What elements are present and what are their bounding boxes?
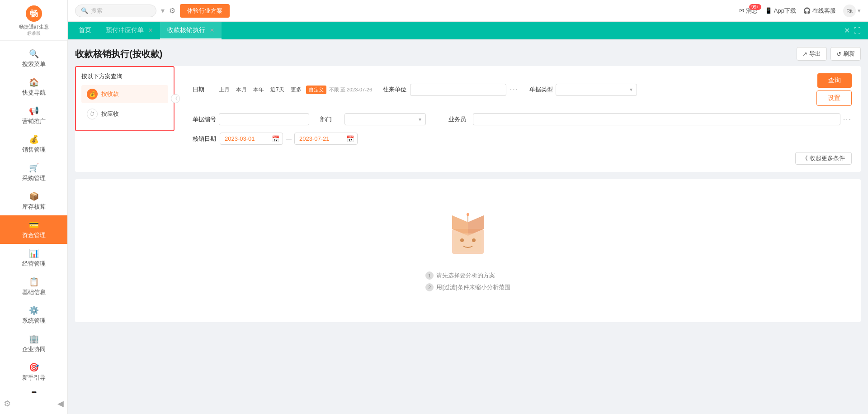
top-header: 🔍 搜索 ▾ ⚙ 体验行业方案 ✉ 消息 99+ 📱 App下载 🎧 在线客服 bbox=[68, 0, 868, 22]
date-7days-btn[interactable]: 近7天 bbox=[269, 85, 286, 95]
svg-point-4 bbox=[460, 238, 464, 242]
sidebar-item-purchase[interactable]: 🛒 采购管理 bbox=[0, 158, 67, 187]
app-download-button[interactable]: 📱 App下载 bbox=[765, 7, 796, 15]
header-dropdown-icon[interactable]: ▾ bbox=[161, 6, 165, 15]
global-search-box[interactable]: 🔍 搜索 bbox=[75, 5, 156, 17]
sidebar-item-label: 企业协同 bbox=[22, 345, 46, 353]
date-last-month-btn[interactable]: 上月 bbox=[217, 85, 231, 95]
department-select[interactable] bbox=[344, 113, 426, 125]
date-quick-select: 上月 本月 本年 近7天 更多 自定义 bbox=[217, 85, 326, 95]
user-profile[interactable]: Rit ▾ bbox=[843, 5, 861, 17]
svg-point-5 bbox=[472, 238, 476, 242]
export-label: 导出 bbox=[809, 50, 821, 58]
target-icon: 🎯 bbox=[29, 362, 39, 372]
message-badge: 99+ bbox=[749, 4, 761, 10]
sidebar-item-label: 采购管理 bbox=[22, 174, 46, 182]
date-this-month-btn[interactable]: 本月 bbox=[234, 85, 249, 95]
filter-date-group: 日期 上月 本月 本年 近7天 更多 自定义 不限 至 2023-07-26 bbox=[193, 85, 372, 95]
sidebar-item-enterprise[interactable]: 🏢 企业协同 bbox=[0, 329, 67, 358]
sidebar-item-hardware[interactable]: 📱 智能硬件 bbox=[0, 386, 67, 393]
tab-collection-offset-close-icon[interactable]: ✕ bbox=[210, 27, 214, 33]
filter-row-2: 单据编号 部门 业务员 ··· bbox=[193, 113, 852, 125]
doc-number-input[interactable] bbox=[219, 113, 309, 125]
main-area: 🔍 搜索 ▾ ⚙ 体验行业方案 ✉ 消息 99+ 📱 App下载 🎧 在线客服 bbox=[68, 0, 868, 414]
export-button[interactable]: ↗ 导出 bbox=[797, 47, 827, 61]
tab-home-label: 首页 bbox=[79, 26, 91, 34]
sidebar-nav: 🔍 搜索菜单 🏠 快捷导航 📢 营销推广 💰 销售管理 🛒 采购管理 📦 库存核… bbox=[0, 41, 67, 393]
export-icon: ↗ bbox=[802, 51, 807, 57]
tab-collection-offset-label: 收款核销执行 bbox=[167, 26, 205, 34]
user-avatar-text: Rit bbox=[846, 8, 852, 14]
query-option-by-receivable-label: 按应收 bbox=[101, 110, 119, 118]
tab-collection-offset[interactable]: 收款核销执行 ✕ bbox=[160, 22, 222, 39]
doc-type-label: 单据类型 bbox=[529, 86, 553, 94]
collection-icon: 💰 bbox=[87, 89, 98, 100]
calendar-end-icon: 📅 bbox=[346, 135, 354, 143]
search-placeholder: 搜索 bbox=[91, 7, 103, 15]
industry-solution-button[interactable]: 体验行业方案 bbox=[180, 4, 230, 18]
gear-settings-icon[interactable]: ⚙ bbox=[169, 6, 175, 15]
finance-icon: 💳 bbox=[29, 220, 39, 230]
tabs-container: 首页 预付冲应付单 ✕ 收款核销执行 ✕ bbox=[71, 22, 222, 39]
settings-icon[interactable]: ⚙ bbox=[4, 399, 11, 409]
counterparty-more-icon[interactable]: ··· bbox=[510, 86, 519, 94]
tab-close-all-icon[interactable]: ✕ bbox=[844, 26, 850, 35]
date-more-btn[interactable]: 更多 bbox=[289, 85, 303, 95]
tab-expand-icon[interactable]: ⛶ bbox=[854, 27, 861, 35]
customer-service-button[interactable]: 🎧 在线客服 bbox=[803, 7, 836, 15]
query-option-by-collection[interactable]: 💰 按收款 bbox=[81, 85, 168, 103]
sidebar-item-quick-nav[interactable]: 🏠 快捷导航 bbox=[0, 73, 67, 101]
query-panel-title: 按以下方案查询 bbox=[81, 72, 168, 81]
customer-service-label: 在线客服 bbox=[812, 7, 836, 15]
message-button[interactable]: ✉ 消息 99+ bbox=[739, 7, 758, 15]
app-brand-name: 畅捷通好生意 bbox=[19, 24, 49, 30]
gear-icon: ⚙️ bbox=[29, 305, 39, 315]
sidebar-item-label: 搜索菜单 bbox=[22, 60, 46, 68]
box-icon: 📦 bbox=[29, 191, 39, 201]
sidebar-item-label: 营销推广 bbox=[22, 117, 46, 125]
doc-type-select[interactable] bbox=[556, 84, 637, 96]
sidebar-item-search[interactable]: 🔍 搜索菜单 bbox=[0, 44, 67, 73]
filter-department-group: 部门 bbox=[320, 113, 438, 125]
collapse-sidebar-icon[interactable]: ◀ bbox=[57, 399, 64, 409]
tab-home[interactable]: 首页 bbox=[71, 22, 99, 39]
empty-hint-2: 2 用[过滤]条件来缩小分析范围 bbox=[425, 283, 510, 291]
message-icon: ✉ bbox=[739, 7, 744, 14]
tab-prepay-label: 预付冲应付单 bbox=[106, 26, 144, 34]
sidebar-item-basic-info[interactable]: 📋 基础信息 bbox=[0, 272, 67, 301]
sidebar-item-operations[interactable]: 📊 经营管理 bbox=[0, 244, 67, 272]
header-left: 🔍 搜索 ▾ ⚙ 体验行业方案 bbox=[75, 4, 230, 18]
doc-number-label: 单据编号 bbox=[193, 115, 216, 124]
sidebar-item-marketing[interactable]: 📢 营销推广 bbox=[0, 101, 67, 130]
empty-hints: 1 请先选择要分析的方案 2 用[过滤]条件来缩小分析范围 bbox=[425, 271, 510, 295]
panel-collapse-icon[interactable]: 《 bbox=[171, 94, 180, 103]
collapse-more-button[interactable]: 《 收起更多条件 bbox=[795, 152, 852, 165]
date-custom-badge[interactable]: 自定义 bbox=[306, 86, 326, 94]
counterparty-input[interactable] bbox=[410, 84, 506, 96]
sidebar-item-inventory[interactable]: 📦 库存核算 bbox=[0, 187, 67, 215]
date-sublabel: 不限 至 2023-07-26 bbox=[329, 86, 372, 93]
refresh-button[interactable]: ↺ 刷新 bbox=[830, 47, 861, 61]
svg-rect-3 bbox=[454, 233, 481, 252]
empty-hint-1-text: 请先选择要分析的方案 bbox=[436, 271, 495, 280]
setting-button[interactable]: 设置 bbox=[816, 90, 852, 106]
sidebar-item-system[interactable]: ⚙️ 系统管理 bbox=[0, 301, 67, 329]
date-label: 日期 bbox=[193, 86, 214, 94]
sidebar-item-sales[interactable]: 💰 销售管理 bbox=[0, 130, 67, 158]
sidebar-item-finance[interactable]: 💳 资金管理 bbox=[0, 215, 67, 244]
tab-prepay-close-icon[interactable]: ✕ bbox=[148, 27, 153, 33]
tab-prepay[interactable]: 预付冲应付单 ✕ bbox=[99, 22, 160, 39]
staff-more-icon[interactable]: ··· bbox=[843, 115, 852, 124]
collapse-more-conditions: 《 收起更多条件 bbox=[193, 152, 852, 165]
sidebar-item-label: 基础信息 bbox=[22, 288, 46, 296]
empty-illustration bbox=[441, 206, 495, 261]
staff-label: 业务员 bbox=[448, 115, 470, 124]
date-this-year-btn[interactable]: 本年 bbox=[251, 85, 266, 95]
staff-input[interactable] bbox=[473, 113, 840, 125]
department-select-wrapper bbox=[344, 113, 426, 125]
query-button[interactable]: 查询 bbox=[817, 73, 852, 88]
query-option-by-receivable[interactable]: ⏱ 按应收 bbox=[81, 105, 168, 123]
filter-area: 按以下方案查询 💰 按收款 ⏱ 按应收 《 日期 bbox=[75, 66, 861, 172]
sidebar-item-newbie[interactable]: 🎯 新手引导 bbox=[0, 358, 67, 386]
sidebar-item-label: 系统管理 bbox=[22, 317, 46, 325]
